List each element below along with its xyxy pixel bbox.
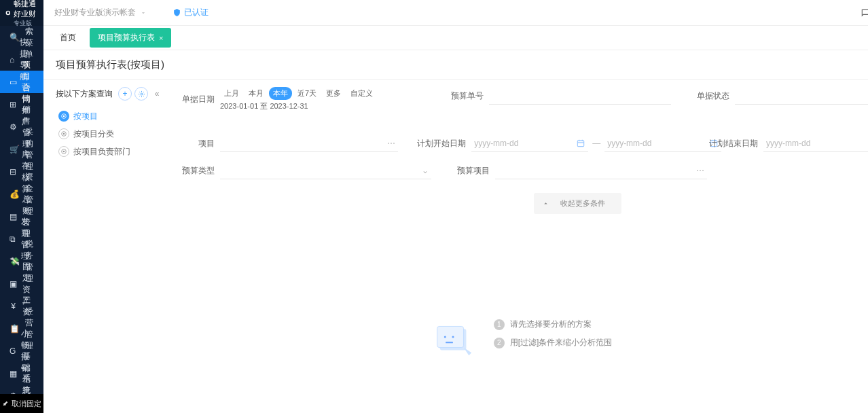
brand-icon [5,8,11,18]
brand-name: 畅捷通好业财 [14,0,38,19]
plan-start-from-input[interactable] [471,134,588,152]
sidebar-item-12[interactable]: ¥工资 [0,295,43,317]
brand-logo: 畅捷通好业财 专业版 [0,0,43,26]
svg-point-15 [452,336,454,338]
budget-no-label: 预算单号 [441,90,484,102]
nav-icon: G [10,346,16,357]
sidebar-item-16[interactable]: ⚙系统管理 [0,384,43,394]
target-icon [58,128,69,139]
sidebar-item-3[interactable]: ⊞营销推广 [0,93,43,115]
budget-type-select[interactable]: ⌄ [220,162,431,179]
tenant-select[interactable]: 好业财专业版演示帐套 [54,7,163,18]
step-1-badge: 1 [494,319,505,330]
topbar: 好业财专业版演示帐套 已认证 消息 1 App下载 珠珠 [43,0,868,26]
page-title: 项目预算执行表(按项目) [56,58,164,71]
nav-icon: 💰 [10,189,20,200]
nav-icon: ▤ [10,211,17,222]
svg-point-1 [141,93,143,95]
svg-point-3 [63,115,65,118]
sidebar-item-1[interactable]: ⌂快捷导航 [0,48,43,71]
nav-icon: ⚙ [10,122,17,132]
shield-icon [173,8,181,17]
plan-end-label: 计划结束日期 [706,138,758,149]
date-shortcut[interactable]: 自定义 [346,87,377,100]
plan-start-to-input[interactable] [604,134,721,152]
status-select[interactable]: ⌄ [735,87,868,105]
budget-no-input[interactable] [489,87,671,105]
step-2-badge: 2 [494,338,505,348]
tab-active[interactable]: 项目预算执行表 × [90,28,171,48]
tabstrip: 首页 项目预算执行表 × ◀ ▶ ✕ ⛶ [43,26,868,50]
empty-state: 1请先选择要分析的方案 2用[过滤]条件来缩小分析范围 [43,225,868,361]
svg-rect-13 [437,326,463,347]
plan-item-label: 按项目负责部门 [73,146,130,158]
add-plan-button[interactable]: + [118,87,132,101]
project-picker[interactable]: ⋯ [220,134,398,152]
svg-rect-16 [446,342,453,343]
close-icon[interactable]: × [159,34,163,42]
date-label: 单据日期 [173,94,215,105]
nav-icon: ⌂ [10,54,14,65]
nav-icon: ▣ [10,279,17,289]
plan-end-from-input[interactable] [763,134,868,152]
page-header: 项目预算执行表(按项目) 导出 刷新 [43,50,868,80]
sidebar-item-11[interactable]: ▣固定资产 [0,272,43,295]
plan-item-2[interactable]: 按项目负责部门 [56,143,163,160]
unpin-button[interactable]: 取消固定 [0,394,43,413]
messages-button[interactable]: 消息 1 [861,7,868,18]
target-icon [58,111,69,122]
sidebar-item-9[interactable]: ⧉发票管理 [0,228,43,250]
project-label: 项目 [173,138,215,149]
budget-item-picker[interactable]: ⋯ [495,162,706,179]
budget-item-label: 预算项目 [448,165,490,177]
nav-icon: ⊞ [10,99,16,110]
plan-header: 按以下方案查询 [56,88,115,100]
nav-icon: 📋 [10,323,20,334]
tab-home[interactable]: 首页 [52,28,84,48]
sidebar-item-14[interactable]: G小畅报销 [0,340,43,362]
side-nav: 🔍搜索菜单⌂快捷导航▭项目合同⊞营销推广⚙销售管理🛒采购管理⊟库存核算💰资金管理… [0,26,43,394]
collapse-plan-button[interactable]: « [151,88,163,100]
svg-rect-8 [577,140,583,146]
chevron-down-icon: ⌄ [422,166,429,175]
date-shortcut[interactable]: 更多 [322,87,345,100]
date-shortcut[interactable]: 本月 [245,87,268,100]
calendar-icon [576,139,585,148]
svg-point-14 [444,336,446,338]
date-range-text: 2023-01-01 至 2023-12-31 [220,101,377,111]
plan-item-1[interactable]: 按项目分类 [56,125,163,143]
nav-icon: ⧉ [10,234,16,245]
svg-point-7 [63,151,65,153]
svg-point-5 [63,133,65,135]
empty-illustration [426,313,480,361]
nav-icon: 💸 [10,256,20,267]
target-icon [58,146,69,157]
nav-icon: 🔍 [10,32,20,43]
sidebar-item-6[interactable]: ⊟库存核算 [0,160,43,183]
collapse-filters-button[interactable]: 收起更多条件 [534,193,621,214]
plan-panel: 按以下方案查询 + « 按项目按项目分类按项目负责部门 [56,87,163,218]
more-icon: ⋯ [696,166,704,175]
gear-icon [138,90,145,98]
date-shortcut[interactable]: 本年 [269,87,292,100]
date-shortcut[interactable]: 近7天 [293,87,321,100]
chat-icon [861,8,868,18]
chevron-down-icon [140,10,147,16]
plan-item-0[interactable]: 按项目 [56,107,163,125]
more-icon: ⋯ [387,139,395,148]
chevron-up-icon [542,200,549,207]
verified-badge: 已认证 [173,7,209,18]
nav-icon: ▭ [10,77,17,88]
plan-item-label: 按项目分类 [73,128,114,140]
plan-settings-button[interactable] [134,87,148,101]
budget-type-label: 预算类型 [173,165,215,177]
date-shortcut[interactable]: 上月 [220,87,243,100]
sidebar-item-label: 系统管理 [22,373,34,395]
step-2-text: 用[过滤]条件来缩小分析范围 [510,337,613,348]
sidebar: 畅捷通好业财 专业版 🔍搜索菜单⌂快捷导航▭项目合同⊞营销推广⚙销售管理🛒采购管… [0,0,43,413]
nav-icon: ▦ [10,368,17,379]
status-label: 单据状态 [687,90,729,102]
pin-icon [2,400,9,407]
plan-item-label: 按项目 [73,111,98,122]
plan-start-label: 计划开始日期 [414,138,466,149]
